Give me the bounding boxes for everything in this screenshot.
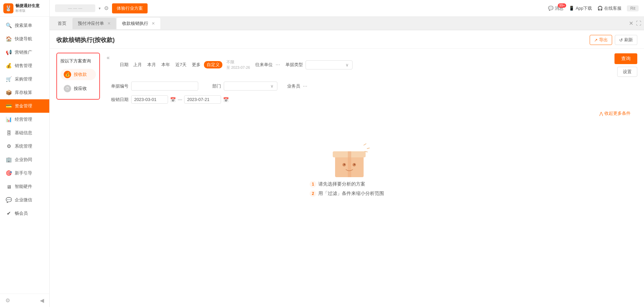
sidebar-item-label-enterprise: 企业协同 <box>15 157 32 163</box>
topbar-gear-icon[interactable]: ⚙ <box>104 5 109 11</box>
date-custom-btn[interactable]: 自定义 <box>204 61 222 68</box>
verify-date-start-input[interactable] <box>131 95 168 104</box>
sidebar-item-system[interactable]: ⚙ 系统管理 <box>0 140 49 153</box>
filter-row-3: 核销日期 📅 — 📅 <box>111 95 637 104</box>
sidebar-item-label-inventory: 库存核算 <box>15 90 32 96</box>
sidebar-item-finance[interactable]: 💳 资金管理 <box>0 99 49 113</box>
sidebar-item-label-guide: 新手引导 <box>15 170 32 176</box>
filter-option-by-receipt[interactable]: 💰 按收款 <box>60 69 96 80</box>
filter-option-by-receivable[interactable]: ⏱ 按应收 <box>60 83 96 94</box>
settings-button[interactable]: 设置 <box>617 67 637 77</box>
sidebar-item-purchase[interactable]: 🛒 采购管理 <box>0 72 49 86</box>
empty-text-area: 1 请先选择要分析的方案 2 用「过滤」条件来缩小分析范围 <box>310 181 384 197</box>
doctype-label: 单据类型 <box>285 62 303 68</box>
dept-field-group: 部门 ∨ <box>204 82 277 91</box>
verify-date-end-cal-icon[interactable]: 📅 <box>223 97 229 102</box>
sidebar-item-label-member: 畅会员 <box>15 210 28 216</box>
dept-select-arrow: ∨ <box>270 84 274 89</box>
sidebar-item-guide[interactable]: 🎯 新手引导 <box>0 166 49 180</box>
sidebar-item-inventory[interactable]: 📦 库存核算 <box>0 86 49 99</box>
staff-select-icon[interactable]: ··· <box>303 83 307 89</box>
operations-icon: 📊 <box>5 116 12 123</box>
topbar-chevron-icon[interactable]: ▾ <box>99 6 101 11</box>
topbar-user[interactable]: Rit <box>627 5 639 11</box>
wechat-icon: 💬 <box>5 197 12 203</box>
svg-rect-2 <box>348 151 351 177</box>
sidebar-item-hardware[interactable]: 🖥 智能硬件 <box>0 180 49 193</box>
tab-prepay[interactable]: 预付冲应付单 ✕ <box>72 18 116 29</box>
tab-collection-close-icon[interactable]: ✕ <box>152 21 155 26</box>
settings-footer-icon[interactable]: ⚙ <box>5 297 10 304</box>
collapse-sidebar-icon[interactable]: ◀ <box>40 297 44 304</box>
page-header: 收款核销执行(按收款) ↗ 导出 ↺ 刷新 <box>50 30 644 49</box>
sidebar-item-basic[interactable]: 🗄 基础信息 <box>0 126 49 140</box>
filter-actions: 查询 设置 <box>614 53 637 77</box>
sidebar-item-wechat[interactable]: 💬 企业微信 <box>0 193 49 207</box>
verify-date-end-input[interactable] <box>184 95 221 104</box>
verify-date-input-group: 📅 — 📅 <box>131 95 229 104</box>
app-icon: 📱 <box>569 6 574 11</box>
enterprise-icon: 🏢 <box>5 156 12 163</box>
tab-prepay-close-icon[interactable]: ✕ <box>107 21 111 26</box>
verify-date-start-cal-icon[interactable]: 📅 <box>170 97 176 102</box>
sales-icon: 💰 <box>5 62 12 69</box>
partner-select-icon[interactable]: ··· <box>275 62 280 68</box>
topbar-app[interactable]: 📱 App下载 <box>569 5 592 11</box>
sidebar-logo: 🐰 畅捷通好生意 标准版 <box>0 0 49 17</box>
svg-line-7 <box>364 144 366 145</box>
tab-collection[interactable]: 收款核销执行 ✕ <box>117 18 160 29</box>
filter-row-2: 单据编号 部门 ∨ 业务员 ··· <box>111 82 637 91</box>
collapse-chevron-icon: ⋀ <box>599 111 603 116</box>
filter-fields: 日期 上月 本月 本年 近7天 更多 自定义 不限 至 2023-07-26 <box>111 53 637 118</box>
solution-button[interactable]: 体验行业方案 <box>112 3 148 13</box>
date-7days-btn[interactable]: 近7天 <box>173 61 189 68</box>
date-more-btn[interactable]: 更多 <box>190 61 203 68</box>
member-icon: ✔ <box>5 210 12 217</box>
tab-home[interactable]: 首页 <box>52 18 72 29</box>
sidebar-item-member[interactable]: ✔ 畅会员 <box>0 207 49 220</box>
topbar-message[interactable]: 💬 消息 99+ <box>548 5 564 11</box>
svg-point-6 <box>354 164 355 165</box>
tab-close-all-icon[interactable]: ✕ <box>629 20 633 27</box>
filter-scheme-title: 按以下方案查询 <box>60 58 96 64</box>
date-no-limit: 不限 <box>226 59 250 65</box>
sidebar-item-label-operations: 经营管理 <box>15 116 32 122</box>
sidebar-item-search[interactable]: 🔍 搜索菜单 <box>0 19 49 32</box>
tab-collection-label: 收款核销执行 <box>122 20 148 27</box>
collapse-conditions-btn[interactable]: ⋀ 收起更多条件 <box>111 108 637 118</box>
export-button[interactable]: ↗ 导出 <box>590 35 612 45</box>
sidebar-item-sales[interactable]: 💰 销售管理 <box>0 59 49 72</box>
sidebar-item-enterprise[interactable]: 🏢 企业协同 <box>0 153 49 166</box>
date-last-month-btn[interactable]: 上月 <box>131 61 144 68</box>
sidebar-item-quick-nav[interactable]: 🏠 快捷导航 <box>0 32 49 46</box>
sidebar-item-operations[interactable]: 📊 经营管理 <box>0 113 49 126</box>
doctype-select[interactable]: ∨ <box>306 60 353 69</box>
collapse-filter-sidebar-button[interactable]: « <box>107 55 110 61</box>
partner-label: 往来单位 <box>255 62 273 68</box>
verify-date-dash: — <box>178 97 182 102</box>
doctype-field-group: 单据类型 ∨ <box>285 60 353 69</box>
sidebar-item-label-basic: 基础信息 <box>15 130 32 136</box>
receivable-icon: ⏱ <box>64 85 71 92</box>
refresh-button[interactable]: ↺ 刷新 <box>615 35 637 45</box>
date-this-month-btn[interactable]: 本月 <box>145 61 158 68</box>
message-badge: 99+ <box>558 3 566 8</box>
staff-label: 业务员 <box>283 83 300 89</box>
sidebar-nav: 🔍 搜索菜单🏠 快捷导航📢 营销推广💰 销售管理🛒 采购管理📦 库存核算💳 资金… <box>0 17 49 294</box>
topbar-service[interactable]: 🎧 在线客服 <box>597 5 622 11</box>
query-button[interactable]: 查询 <box>614 53 637 64</box>
tab-expand-icon[interactable]: ⛶ <box>636 20 641 27</box>
marketing-icon: 📢 <box>5 49 12 56</box>
docno-input[interactable] <box>131 82 198 91</box>
basic-icon: 🗄 <box>5 130 12 136</box>
sidebar-item-marketing[interactable]: 📢 营销推广 <box>0 46 49 59</box>
sidebar-item-label-purchase: 采购管理 <box>15 76 32 82</box>
sidebar-item-label-wechat: 企业微信 <box>15 197 32 203</box>
docno-label: 单据编号 <box>111 83 128 89</box>
doctype-select-arrow: ∨ <box>345 62 349 67</box>
filter-option-receivable-label: 按应收 <box>74 86 87 92</box>
page-content: 收款核销执行(按收款) ↗ 导出 ↺ 刷新 按以下方案查询 💰 按收款 <box>50 30 644 307</box>
dept-label: 部门 <box>204 83 221 89</box>
dept-select[interactable]: ∨ <box>224 82 277 91</box>
date-this-year-btn[interactable]: 本年 <box>159 61 172 68</box>
